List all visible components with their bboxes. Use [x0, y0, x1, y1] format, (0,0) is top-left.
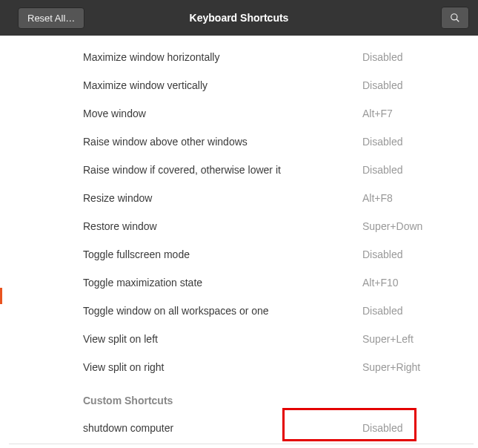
shortcut-label: Restore window: [83, 220, 362, 232]
main-panel: Maximize window horizontally Disabled Ma…: [9, 36, 478, 448]
custom-shortcuts-header: Custom Shortcuts: [83, 395, 474, 406]
shortcut-value: Super+Down: [362, 220, 474, 232]
custom-shortcut-value: Disabled: [362, 422, 474, 434]
shortcut-label: Toggle fullscreen mode: [83, 248, 362, 260]
shortcut-label: Toggle window on all workspaces or one: [83, 305, 362, 317]
shortcut-row[interactable]: Toggle window on all workspaces or one D…: [83, 297, 474, 325]
custom-shortcut-row[interactable]: shutdown computer Disabled: [83, 414, 474, 442]
custom-shortcut-label: shutdown computer: [83, 422, 362, 434]
shortcut-value: Super+Left: [362, 333, 474, 345]
shortcut-value: Disabled: [362, 305, 474, 317]
shortcut-value: Alt+F10: [362, 277, 474, 289]
page-title: Keyboard Shortcuts: [190, 12, 289, 24]
shortcut-label: Move window: [83, 108, 362, 119]
shortcut-value: Disabled: [362, 136, 474, 148]
shortcut-row[interactable]: Raise window if covered, otherwise lower…: [83, 156, 474, 184]
shortcut-row[interactable]: Maximize window horizontally Disabled: [83, 43, 474, 71]
shortcut-row[interactable]: Toggle fullscreen mode Disabled: [83, 240, 474, 269]
search-icon: [450, 13, 460, 23]
titlebar: Reset All… Keyboard Shortcuts: [0, 0, 478, 36]
sidebar-active-marker: [0, 288, 2, 304]
shortcut-row[interactable]: View split on left Super+Left: [83, 325, 474, 353]
shortcut-value: Alt+F7: [362, 108, 474, 119]
shortcut-row[interactable]: Toggle maximization state Alt+F10: [83, 269, 474, 297]
shortcut-row[interactable]: Move window Alt+F7: [83, 99, 474, 128]
sidebar: [0, 36, 9, 448]
shortcut-list: Maximize window horizontally Disabled Ma…: [83, 43, 474, 448]
add-shortcut-button[interactable]: +: [9, 444, 474, 448]
shortcut-label: View split on left: [83, 333, 362, 345]
shortcut-row[interactable]: Maximize window vertically Disabled: [83, 71, 474, 99]
shortcut-value: Disabled: [362, 164, 474, 176]
shortcut-value: Disabled: [362, 248, 474, 260]
shortcut-value: Disabled: [362, 79, 474, 91]
shortcut-row[interactable]: Raise window above other windows Disable…: [83, 128, 474, 156]
shortcut-label: Raise window if covered, otherwise lower…: [83, 164, 362, 176]
shortcut-value: Super+Right: [362, 361, 474, 373]
shortcut-row[interactable]: Resize window Alt+F8: [83, 184, 474, 212]
reset-all-button[interactable]: Reset All…: [18, 7, 84, 29]
shortcut-row[interactable]: Restore window Super+Down: [83, 212, 474, 240]
shortcut-value: Disabled: [362, 51, 474, 63]
shortcut-label: Resize window: [83, 192, 362, 204]
shortcut-label: View split on right: [83, 361, 362, 373]
content-area: Maximize window horizontally Disabled Ma…: [0, 36, 478, 448]
svg-point-0: [451, 14, 457, 20]
shortcut-value: Alt+F8: [362, 192, 474, 204]
search-button[interactable]: [441, 7, 469, 29]
shortcut-label: Maximize window vertically: [83, 79, 362, 91]
shortcut-label: Raise window above other windows: [83, 136, 362, 148]
shortcut-label: Toggle maximization state: [83, 277, 362, 289]
shortcut-label: Maximize window horizontally: [83, 51, 362, 63]
shortcut-row[interactable]: View split on right Super+Right: [83, 353, 474, 381]
svg-line-1: [457, 19, 459, 22]
